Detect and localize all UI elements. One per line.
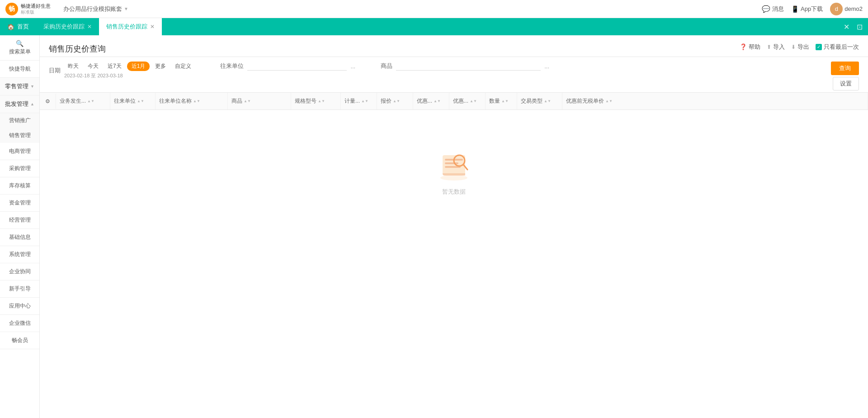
filter-bar: 日期 昨天 今天 近7天 近1月 更多 自定义 2023-02-18 至 202… xyxy=(40,57,868,93)
app-icon: 📱 xyxy=(791,5,799,13)
app-download-btn[interactable]: 📱 App下载 xyxy=(791,5,823,13)
logo-text: 畅捷通好生意 标准版 xyxy=(21,3,51,15)
sort-icon-quote: ▲▼ xyxy=(393,100,400,103)
sidebar-item-ecommerce[interactable]: 电商管理 xyxy=(0,143,39,160)
settings-button[interactable]: 设置 xyxy=(833,77,859,90)
th-unit[interactable]: 计量... ▲▼ xyxy=(341,93,377,109)
tab-sales-close[interactable]: ✕ xyxy=(150,24,155,30)
th-unit-name[interactable]: 往来单位名称 ▲▼ xyxy=(156,93,228,109)
wholesale-expand-icon: ▲ xyxy=(30,102,34,106)
empty-text: 暂无数据 xyxy=(442,188,466,196)
th-biz-date[interactable]: 业务发生... ▲▼ xyxy=(56,93,110,109)
tabs-bar-right: ✕ ⊡ xyxy=(842,22,868,32)
date-filter-group: 日期 昨天 今天 近7天 近1月 更多 自定义 2023-02-18 至 202… xyxy=(49,62,195,79)
logo-icon: 畅 xyxy=(5,3,18,15)
th-product[interactable]: 商品 ▲▼ xyxy=(228,93,291,109)
app-header: 畅 畅捷通好生意 标准版 办公用品行业模拟账套 ▼ 💬 消息 📱 App下载 d… xyxy=(0,0,868,18)
sort-icon-unit-name: ▲▼ xyxy=(193,100,200,103)
th-disc1[interactable]: 优惠... ▲▼ xyxy=(413,93,449,109)
date-btn-more[interactable]: 更多 xyxy=(151,62,170,71)
svg-rect-3 xyxy=(445,162,458,164)
only-last-checkbox[interactable]: ✓ xyxy=(816,44,822,50)
tab-sales-history[interactable]: 销售历史价跟踪 ✕ xyxy=(99,18,162,35)
date-btn-1month[interactable]: 近1月 xyxy=(127,62,150,71)
table-header: ⚙ 业务发生... ▲▼ 往来单位 ▲▼ 往来单位名称 ▲▼ 商品 ▲▼ xyxy=(40,93,868,110)
sort-icon-spec: ▲▼ xyxy=(318,100,325,103)
sort-icon-pretax: ▲▼ xyxy=(605,100,613,103)
sidebar-item-wholesale[interactable]: 批发管理 ▲ xyxy=(0,95,39,113)
header-left: 畅 畅捷通好生意 标准版 办公用品行业模拟账套 ▼ xyxy=(5,3,128,15)
page-title: 销售历史价查询 xyxy=(49,43,106,54)
sidebar-item-app-center[interactable]: 应用中心 xyxy=(0,298,39,315)
dropdown-icon: ▼ xyxy=(124,6,128,11)
sidebar-item-basic-info[interactable]: 基础信息 xyxy=(0,229,39,246)
sidebar-item-system[interactable]: 系统管理 xyxy=(0,246,39,263)
sidebar-item-quick-nav[interactable]: 快捷导航 xyxy=(0,61,39,78)
gear-icon: ⚙ xyxy=(45,98,50,104)
sort-icon-disc2: ▲▼ xyxy=(470,100,477,103)
sidebar-item-sales-mgmt[interactable]: 销售管理 xyxy=(0,128,39,143)
sidebar-item-retail[interactable]: 零售管理 ▼ xyxy=(0,78,39,95)
th-trade[interactable]: 交易类型 ▲▼ xyxy=(517,93,562,109)
sidebar-item-finance[interactable]: 资金管理 xyxy=(0,195,39,212)
only-last-checkbox-area[interactable]: ✓ 只看最后一次 xyxy=(816,43,859,51)
date-label: 日期 xyxy=(49,66,61,75)
date-btn-custom[interactable]: 自定义 xyxy=(171,62,195,71)
header-right: 💬 消息 📱 App下载 d demo2 xyxy=(762,3,863,15)
sort-icon-unit: ▲▼ xyxy=(361,100,368,103)
sidebar-item-enterprise-wechat[interactable]: 企业微信 xyxy=(0,315,39,332)
product-dots[interactable]: ... xyxy=(544,63,549,70)
sidebar-item-inventory[interactable]: 库存核算 xyxy=(0,177,39,195)
retail-expand-icon: ▼ xyxy=(30,84,34,89)
sidebar-item-enterprise-collab[interactable]: 企业协同 xyxy=(0,263,39,280)
page-header-actions: ❓ 帮助 ⬆ 导入 ⬇ 导出 ✓ 只看最后一次 xyxy=(740,43,859,55)
sidebar-item-new-guide[interactable]: 新手引导 xyxy=(0,280,39,298)
company-name: 办公用品行业模拟账套 xyxy=(63,5,122,13)
th-spec[interactable]: 规格型号 ▲▼ xyxy=(291,93,341,109)
sidebar-item-marketing[interactable]: 营销推广 xyxy=(0,113,39,128)
logo-area: 畅 畅捷通好生意 标准版 xyxy=(5,3,51,15)
sidebar-item-operations[interactable]: 经营管理 xyxy=(0,212,39,229)
source-unit-label: 往来单位 xyxy=(220,62,244,70)
user-avatar-area[interactable]: d demo2 xyxy=(830,3,863,15)
import-btn[interactable]: ⬆ 导入 xyxy=(767,43,785,51)
product-input[interactable] xyxy=(396,62,541,71)
sidebar-item-search[interactable]: 🔍 搜索菜单 xyxy=(0,35,39,61)
empty-illustration xyxy=(431,146,476,182)
page-header: 销售历史价查询 ❓ 帮助 ⬆ 导入 ⬇ 导出 ✓ 只看最后一次 xyxy=(40,35,868,57)
sidebar-item-purchase[interactable]: 采购管理 xyxy=(0,160,39,177)
source-unit-filter-group: 往来单位 ... xyxy=(220,62,355,71)
export-btn[interactable]: ⬇ 导出 xyxy=(791,43,809,51)
home-icon: 🏠 xyxy=(7,24,14,30)
tab-purchase-close[interactable]: ✕ xyxy=(87,24,92,30)
restore-window-btn[interactable]: ⊡ xyxy=(855,22,864,32)
th-qty[interactable]: 数量 ▲▼ xyxy=(486,93,517,109)
close-window-btn[interactable]: ✕ xyxy=(842,22,851,32)
date-btn-yesterday[interactable]: 昨天 xyxy=(64,62,82,71)
tab-home[interactable]: 🏠 首页 xyxy=(0,18,36,35)
avatar: d xyxy=(830,3,843,15)
date-btn-7days[interactable]: 近7天 xyxy=(104,62,125,71)
import-icon: ⬆ xyxy=(767,44,771,50)
tab-purchase-history[interactable]: 采购历史价跟踪 ✕ xyxy=(36,18,99,35)
sort-icon-unit-code: ▲▼ xyxy=(137,100,144,103)
source-unit-dots[interactable]: ... xyxy=(350,63,355,70)
sort-icon-disc1: ▲▼ xyxy=(434,100,441,103)
sidebar-item-member[interactable]: 畅会员 xyxy=(0,332,39,349)
sort-icon-product: ▲▼ xyxy=(244,100,251,103)
help-btn[interactable]: ❓ 帮助 xyxy=(740,43,760,51)
th-unit-code[interactable]: 往来单位 ▲▼ xyxy=(110,93,156,109)
company-selector[interactable]: 办公用品行业模拟账套 ▼ xyxy=(63,5,128,13)
sort-icon-qty: ▲▼ xyxy=(501,100,509,103)
query-button[interactable]: 查询 xyxy=(831,62,859,75)
empty-state: 暂无数据 xyxy=(40,110,868,232)
date-btn-today[interactable]: 今天 xyxy=(84,62,102,71)
th-disc2[interactable]: 优惠... ▲▼ xyxy=(449,93,486,109)
th-pretax[interactable]: 优惠前无税单价 ▲▼ xyxy=(562,93,868,109)
th-settings[interactable]: ⚙ xyxy=(40,94,56,109)
th-quote[interactable]: 报价 ▲▼ xyxy=(377,93,413,109)
message-btn[interactable]: 💬 消息 xyxy=(762,5,784,13)
source-unit-input[interactable] xyxy=(247,62,347,71)
tabs-bar: 🏠 首页 采购历史价跟踪 ✕ 销售历史价跟踪 ✕ ✕ ⊡ xyxy=(0,18,868,35)
help-icon: ❓ xyxy=(740,43,747,50)
